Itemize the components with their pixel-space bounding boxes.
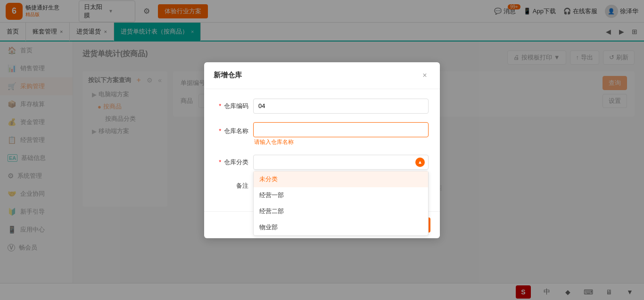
category-select-wrapper: ▲ 未分类 经营一部 经营二部 物业部 bbox=[253, 155, 429, 170]
notes-label: 备注 bbox=[215, 178, 253, 190]
required-mark-2: * bbox=[219, 127, 221, 134]
warehouse-code-label: * 仓库编码 bbox=[215, 99, 253, 110]
dropdown-item-uncategorized[interactable]: 未分类 bbox=[254, 171, 428, 187]
dropdown-item-dept1[interactable]: 经营一部 bbox=[254, 187, 428, 203]
warehouse-code-input[interactable] bbox=[253, 99, 429, 114]
category-dropdown: 未分类 经营一部 经营二部 物业部 bbox=[253, 171, 429, 236]
modal-close-button[interactable]: × bbox=[419, 70, 430, 81]
required-mark-3: * bbox=[219, 158, 221, 166]
modal-title: 新增仓库 bbox=[214, 71, 242, 80]
warehouse-code-row: * 仓库编码 bbox=[215, 99, 429, 114]
warehouse-name-label: * 仓库名称 bbox=[215, 124, 253, 135]
dropdown-item-dept2[interactable]: 经营二部 bbox=[254, 203, 428, 219]
warehouse-name-error: 请输入仓库名称 bbox=[254, 138, 429, 146]
category-input[interactable] bbox=[253, 155, 429, 170]
warehouse-name-input[interactable] bbox=[253, 122, 429, 137]
modal-header: 新增仓库 × bbox=[204, 62, 440, 89]
category-arrow-icon[interactable]: ▲ bbox=[415, 158, 425, 167]
warehouse-modal: 新增仓库 × * 仓库编码 * 仓库名称 bbox=[204, 62, 440, 238]
warehouse-category-row: * 仓库分类 ▲ 未分类 经营一部 经营二部 物业部 bbox=[215, 155, 429, 170]
warehouse-category-label: * 仓库分类 bbox=[215, 155, 253, 167]
required-mark: * bbox=[219, 102, 221, 109]
warehouse-name-row: * 仓库名称 请输入仓库名称 bbox=[215, 122, 429, 146]
modal-body: * 仓库编码 * 仓库名称 请输入仓库名称 * bbox=[204, 89, 440, 211]
modal-overlay: 新增仓库 × * 仓库编码 * 仓库名称 bbox=[0, 0, 644, 300]
dropdown-item-dept3[interactable]: 物业部 bbox=[254, 219, 428, 235]
